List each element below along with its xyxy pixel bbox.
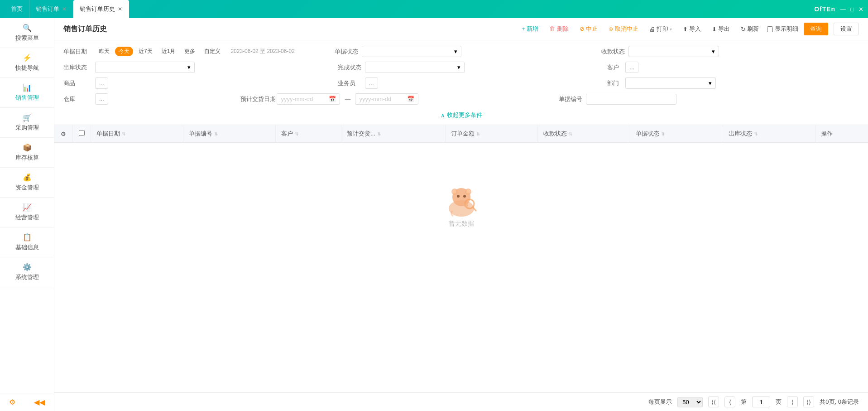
- sidebar-collapse-btn[interactable]: ◀◀: [34, 398, 45, 406]
- svg-point-10: [464, 203, 468, 207]
- business-icon: 📈: [23, 203, 32, 212]
- refresh-button[interactable]: ↻ 刷新: [738, 24, 762, 34]
- th-number[interactable]: 单据编号 ⇅: [183, 125, 275, 143]
- tab-sales-order[interactable]: 销售订单 ✕: [29, 0, 73, 18]
- close-app-btn[interactable]: ✕: [858, 6, 863, 13]
- sort-amount-icon: ⇅: [476, 131, 480, 136]
- quick-nav-icon: ⚡: [23, 53, 32, 62]
- th-checkbox[interactable]: [72, 125, 91, 143]
- export-button[interactable]: ⬇ 导出: [709, 24, 733, 34]
- filter-row-3: 商品 ... 业务员 ... 部门: [63, 77, 859, 89]
- svg-point-4: [453, 190, 456, 193]
- cancel-stop-button[interactable]: ⊙ 取消中止: [606, 24, 641, 34]
- print-button[interactable]: 🖨 🖨 打印 打印 ▾: [647, 24, 675, 34]
- data-table: ⚙ 单据日期 ⇅ 单据编号: [54, 125, 868, 264]
- settings-gear-icon[interactable]: ⚙: [61, 131, 66, 137]
- sidebar-item-purchase-mgmt[interactable]: 🛒 采购管理: [0, 108, 54, 138]
- warehouse-select-btn[interactable]: ...: [95, 93, 108, 105]
- tab-home[interactable]: 首页: [5, 0, 29, 18]
- date-tab-7days[interactable]: 近7天: [135, 47, 156, 56]
- sidebar: 🔍 搜索菜单 ⚡ 快捷导航 📊 销售管理 🛒 采购管理 📦 库存核算 💰 资金管…: [0, 18, 54, 411]
- th-customer[interactable]: 客户 ⇅: [276, 125, 341, 143]
- order-status-select[interactable]: [362, 46, 461, 57]
- sort-payment-icon: ⇅: [569, 131, 572, 136]
- th-order-status[interactable]: 单据状态 ⇅: [630, 125, 723, 143]
- complete-status-chevron: [457, 64, 460, 71]
- filter-row-2: 出库状态 完成状态 客户 ...: [63, 62, 859, 73]
- inventory-icon: 📦: [23, 143, 32, 152]
- tab-sales-order-history[interactable]: 销售订单历史 ✕: [73, 0, 129, 18]
- date-separator: —: [345, 96, 350, 102]
- date-tab-1month[interactable]: 近1月: [158, 47, 179, 56]
- product-select-btn[interactable]: ...: [95, 77, 108, 89]
- prev-page-btn[interactable]: ⟨: [724, 396, 735, 407]
- page-number-input[interactable]: [752, 396, 770, 407]
- page-size-select[interactable]: 20 50 100: [677, 397, 703, 407]
- settings-button[interactable]: 设置: [834, 23, 859, 35]
- sidebar-item-inventory[interactable]: 📦 库存核算: [0, 138, 54, 168]
- order-number-input[interactable]: [586, 94, 676, 105]
- department-select[interactable]: [625, 77, 716, 89]
- page-label: 页: [776, 398, 782, 406]
- total-info: 共0页, 0条记录: [820, 398, 859, 406]
- filter-row-4: 仓库 ... 预计交货日期 yyyy-mm-dd 📅 — yyyy-mm-dd …: [63, 93, 859, 105]
- product-label: 商品: [63, 79, 95, 87]
- show-detail-input[interactable]: [767, 26, 773, 32]
- export-icon: ⬇: [712, 26, 717, 33]
- delivery-date-end[interactable]: yyyy-mm-dd 📅: [355, 93, 418, 105]
- sort-order-status-icon: ⇅: [661, 131, 665, 136]
- sidebar-item-quick-nav[interactable]: ⚡ 快捷导航: [0, 48, 54, 78]
- shipment-status-select[interactable]: [95, 62, 195, 73]
- delivery-date-start[interactable]: yyyy-mm-dd 📅: [277, 93, 340, 105]
- salesperson-select-btn[interactable]: ...: [365, 77, 378, 89]
- sidebar-item-finance[interactable]: 💰 资金管理: [0, 168, 54, 198]
- maximize-btn[interactable]: □: [850, 6, 854, 13]
- sort-number-icon: ⇅: [214, 131, 218, 136]
- th-shipment-status[interactable]: 出库状态 ⇅: [723, 125, 815, 143]
- basic-info-icon: 📋: [23, 233, 32, 242]
- empty-state-row: 暂无数据: [54, 143, 868, 265]
- table-body: 暂无数据: [54, 143, 868, 265]
- sidebar-settings-btn[interactable]: ⚙: [9, 398, 15, 406]
- th-delivery-date[interactable]: 预计交货... ⇅: [341, 125, 445, 143]
- next-page-btn[interactable]: ⟩: [787, 396, 798, 407]
- last-page-btn[interactable]: ⟩⟩: [803, 396, 814, 407]
- complete-status-select[interactable]: [365, 62, 465, 73]
- date-tab-more[interactable]: 更多: [181, 47, 199, 56]
- top-bar: 首页 销售订单 ✕ 销售订单历史 ✕ OfTEn — □ ✕: [0, 0, 868, 18]
- sidebar-item-system-mgmt[interactable]: ⚙️ 系统管理: [0, 257, 54, 287]
- stop-button[interactable]: ⊘ 中止: [577, 24, 601, 34]
- add-button[interactable]: + 新增: [519, 24, 541, 34]
- payment-status-select[interactable]: [628, 46, 719, 57]
- sidebar-item-basic-info[interactable]: 📋 基础信息: [0, 227, 54, 257]
- payment-status-control: [628, 46, 859, 57]
- system-mgmt-icon: ⚙️: [23, 263, 32, 271]
- delete-button[interactable]: 🗑 删除: [547, 24, 571, 34]
- th-date[interactable]: 单据日期 ⇅: [91, 125, 183, 143]
- close-sales-order-tab[interactable]: ✕: [62, 6, 67, 12]
- th-amount[interactable]: 订单金额 ⇅: [445, 125, 537, 143]
- sidebar-item-business[interactable]: 📈 经营管理: [0, 198, 54, 227]
- select-all-checkbox[interactable]: [79, 130, 85, 136]
- date-tab-yesterday[interactable]: 昨天: [95, 47, 113, 56]
- sidebar-item-sales-mgmt[interactable]: 📊 销售管理: [0, 78, 54, 108]
- table-head: ⚙ 单据日期 ⇅ 单据编号: [54, 125, 868, 143]
- brand-name: OfTEn: [814, 5, 835, 13]
- query-button[interactable]: 查询: [804, 23, 828, 35]
- th-settings[interactable]: ⚙: [54, 125, 72, 143]
- import-button[interactable]: ⬆ 导入: [680, 24, 704, 34]
- customer-select-btn[interactable]: ...: [625, 62, 638, 73]
- minimize-btn[interactable]: —: [840, 6, 846, 13]
- payment-status-label: 收款状态: [601, 48, 628, 56]
- date-tab-custom[interactable]: 自定义: [201, 47, 224, 56]
- th-payment-status[interactable]: 收款状态 ⇅: [538, 125, 630, 143]
- sidebar-item-search-menu[interactable]: 🔍 搜索菜单: [0, 18, 54, 48]
- show-detail-checkbox[interactable]: 显示明细: [767, 25, 798, 33]
- date-filter-control: 昨天 今天 近7天 近1月 更多 自定义 2023-06-02 至 2023-0…: [95, 47, 326, 56]
- date-tab-today[interactable]: 今天: [115, 47, 133, 56]
- order-status-label: 单据状态: [335, 48, 362, 56]
- close-sales-history-tab[interactable]: ✕: [118, 6, 122, 12]
- last-page-icon: ⟩⟩: [806, 399, 811, 406]
- collapse-button[interactable]: ∧ 收起更多条件: [63, 111, 859, 119]
- first-page-btn[interactable]: ⟨⟨: [708, 396, 719, 407]
